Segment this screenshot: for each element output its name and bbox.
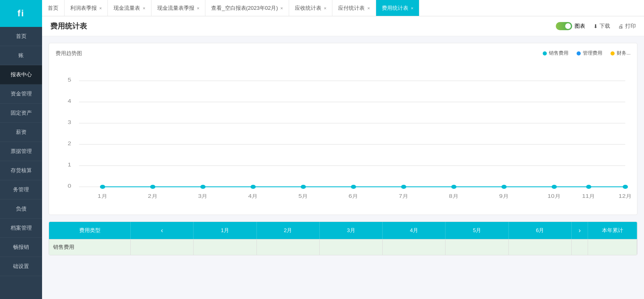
sidebar-item-account[interactable]: 账 xyxy=(0,46,42,65)
svg-point-24 xyxy=(100,185,105,189)
svg-point-31 xyxy=(451,185,457,189)
sidebar-item-report-center[interactable]: 报表中心 xyxy=(0,65,42,84)
cell-year-total xyxy=(588,239,637,255)
svg-text:4月: 4月 xyxy=(248,194,258,199)
svg-text:3月: 3月 xyxy=(198,194,208,199)
page-title: 费用统计表 xyxy=(50,21,87,31)
tab-profit-quarterly[interactable]: 利润表季报 × xyxy=(65,0,108,16)
cell-m5 xyxy=(446,239,508,255)
close-tab-cash-flow-quarterly[interactable]: × xyxy=(197,6,199,11)
cell-empty-nav xyxy=(131,239,194,255)
svg-point-34 xyxy=(586,185,591,189)
sidebar-item-fixed-assets[interactable]: 固定资产 xyxy=(0,104,42,123)
svg-text:11月: 11月 xyxy=(582,194,595,199)
cell-m2 xyxy=(257,239,320,255)
expense-table: 费用类型 ‹ 1月 2月 3月 4月 5月 6月 › 本年累计 销售费用 xyxy=(49,221,637,255)
sidebar-item-basic-settings[interactable]: 础设置 xyxy=(0,257,42,276)
svg-point-30 xyxy=(401,185,406,189)
sidebar: fi 首页 账 报表中心 资金管理 固定资产 薪资 票据管理 存货核算 务管理 … xyxy=(0,0,42,299)
close-tab-profit-quarterly[interactable]: × xyxy=(99,6,102,11)
sidebar-item-home[interactable]: 首页 xyxy=(0,27,42,46)
download-icon: ⬇ xyxy=(593,23,598,29)
tab-blank-report[interactable]: 查看_空白报表(2023年02月) × xyxy=(205,0,289,16)
svg-point-33 xyxy=(552,185,557,189)
svg-point-26 xyxy=(201,185,206,189)
print-button[interactable]: 🖨 打印 xyxy=(618,22,636,30)
tab-receivable[interactable]: 应收统计表 × xyxy=(289,0,332,16)
tab-bar: 首页 利润表季报 × 现金流量表 × 现金流量表季报 × 查看_空白报表(202… xyxy=(42,0,644,16)
header-month-2: 2月 xyxy=(257,222,320,239)
sidebar-item-expense-report[interactable]: 畅报销 xyxy=(0,238,42,257)
svg-text:5月: 5月 xyxy=(299,194,308,199)
svg-text:10月: 10月 xyxy=(548,194,561,199)
legend-dot-sales xyxy=(543,51,547,55)
sidebar-item-inventory[interactable]: 存货核算 xyxy=(0,161,42,180)
close-tab-receivable[interactable]: × xyxy=(324,6,326,11)
svg-point-27 xyxy=(250,185,256,189)
header-month-3: 3月 xyxy=(320,222,383,239)
sidebar-logo: fi xyxy=(0,0,42,27)
chart-toggle-label: 图表 xyxy=(575,22,585,30)
svg-text:3: 3 xyxy=(68,120,71,125)
svg-text:0: 0 xyxy=(68,184,71,189)
print-icon: 🖨 xyxy=(618,23,624,29)
tab-expense-stat[interactable]: 费用统计表 × xyxy=(376,0,419,16)
cell-m1 xyxy=(194,239,256,255)
tab-home[interactable]: 首页 xyxy=(42,0,65,16)
sidebar-item-fund-management[interactable]: 资金管理 xyxy=(0,84,42,104)
close-tab-expense-stat[interactable]: × xyxy=(411,6,413,11)
header-year-total: 本年累计 xyxy=(588,222,637,239)
chart-section: 费用趋势图 销售费用 管理费用 财务... xyxy=(49,43,637,215)
svg-text:8月: 8月 xyxy=(449,194,459,199)
close-tab-cash-flow[interactable]: × xyxy=(143,6,145,11)
svg-text:2: 2 xyxy=(68,141,71,146)
cell-m4 xyxy=(383,239,446,255)
next-months-button[interactable]: › xyxy=(572,222,588,239)
tab-cash-flow-quarterly[interactable]: 现金流量表季报 × xyxy=(152,0,205,16)
download-button[interactable]: ⬇ 下载 xyxy=(593,22,610,30)
svg-point-25 xyxy=(150,185,156,189)
legend-dot-management xyxy=(577,51,581,55)
prev-months-button[interactable]: ‹ xyxy=(131,222,194,239)
chart-title: 费用趋势图 xyxy=(56,50,82,57)
sidebar-item-service-management[interactable]: 务管理 xyxy=(0,180,42,199)
svg-text:1: 1 xyxy=(68,162,71,168)
svg-text:6月: 6月 xyxy=(349,194,359,199)
chart-legend: 销售费用 管理费用 财务... xyxy=(543,50,631,57)
header-actions: 图表 ⬇ 下载 🖨 打印 xyxy=(556,22,636,30)
tab-cash-flow[interactable]: 现金流量表 × xyxy=(108,0,151,16)
svg-text:7月: 7月 xyxy=(399,194,408,199)
close-tab-blank-report[interactable]: × xyxy=(281,6,283,11)
header-expense-type: 费用类型 xyxy=(49,222,131,239)
svg-text:1月: 1月 xyxy=(98,194,107,199)
svg-point-29 xyxy=(351,185,356,189)
cell-m6 xyxy=(509,239,572,255)
close-tab-payable-stat[interactable]: × xyxy=(367,6,370,11)
svg-point-28 xyxy=(301,185,306,189)
cell-expense-type: 销售费用 xyxy=(49,239,131,255)
svg-text:9月: 9月 xyxy=(499,194,509,199)
tab-payable-stat[interactable]: 应付统计表 × xyxy=(332,0,376,16)
chart-svg: 0 1 2 3 4 5 1月 2月 3月 xyxy=(56,61,631,208)
sidebar-item-salary[interactable]: 薪资 xyxy=(0,123,42,142)
svg-text:5: 5 xyxy=(68,78,71,83)
table-header: 费用类型 ‹ 1月 2月 3月 4月 5月 6月 › 本年累计 xyxy=(49,222,637,239)
legend-finance-expense: 财务... xyxy=(611,50,631,57)
table-row: 销售费用 xyxy=(49,239,637,255)
chart-toggle-container[interactable]: 图表 xyxy=(556,22,585,30)
svg-point-32 xyxy=(501,185,507,189)
svg-text:2月: 2月 xyxy=(148,194,158,199)
svg-point-35 xyxy=(623,185,628,189)
header-month-6: 6月 xyxy=(509,222,572,239)
sidebar-item-payable[interactable]: 负债 xyxy=(0,199,42,219)
header-month-1: 1月 xyxy=(194,222,256,239)
sidebar-item-ticket-management[interactable]: 票据管理 xyxy=(0,142,42,161)
header-month-5: 5月 xyxy=(446,222,508,239)
legend-sales-expense: 销售费用 xyxy=(543,50,568,57)
legend-management-expense: 管理费用 xyxy=(577,50,602,57)
svg-text:12月: 12月 xyxy=(619,194,631,199)
sidebar-item-file-management[interactable]: 档案管理 xyxy=(0,219,42,238)
svg-text:4: 4 xyxy=(68,99,71,104)
header-month-4: 4月 xyxy=(383,222,446,239)
chart-toggle-switch[interactable] xyxy=(556,22,572,30)
